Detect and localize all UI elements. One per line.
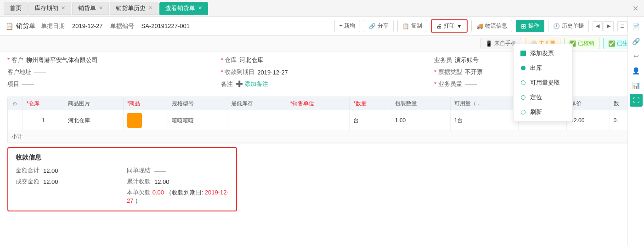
due-date-value: 2019-12-27 bbox=[257, 69, 288, 76]
payment-title: 收款信息 bbox=[16, 154, 229, 162]
dropdown-locate[interactable]: 定位 bbox=[514, 90, 572, 105]
address-label: 客户地址 bbox=[7, 68, 31, 76]
refresh-icon bbox=[520, 109, 526, 115]
next-arrow[interactable]: ▶ bbox=[604, 21, 614, 31]
refresh-label: 刷新 bbox=[530, 108, 542, 116]
share-button[interactable]: 🔗 分享 bbox=[364, 20, 394, 32]
history-button[interactable]: 🕐 历史单据 bbox=[548, 20, 589, 32]
row-gear[interactable] bbox=[8, 110, 23, 131]
col-available: 可用量（... bbox=[450, 97, 519, 110]
row-product: 嘻嘻嘻嘻 bbox=[168, 110, 227, 131]
sidebar-expand-icon[interactable]: ⛶ bbox=[630, 94, 643, 107]
salesperson-value: 演示账号 bbox=[455, 56, 479, 64]
project-field: 项目 —— bbox=[7, 80, 210, 88]
number-value: SA-20191227-001 bbox=[141, 23, 190, 29]
col-gear: ⚙ bbox=[8, 97, 23, 110]
salesperson-label: 业务员 bbox=[434, 56, 452, 64]
window-close-btn[interactable]: ✕ bbox=[633, 4, 638, 12]
row-spec bbox=[227, 110, 286, 131]
print-button[interactable]: 🖨 打印 ▼ bbox=[431, 19, 468, 33]
doc-actions: + 新增 🔗 分享 📋 复制 🖨 打印 ▼ 🚚 物流信息 bbox=[334, 19, 638, 33]
doc-meta: 单据日期 2019-12-27 单据编号 SA-20191227-001 bbox=[41, 22, 190, 30]
tab-history-close[interactable]: ✕ bbox=[148, 5, 153, 11]
tab-view-sales[interactable]: 查看销货单 ✕ bbox=[159, 2, 208, 15]
ops-button[interactable]: ⊞ 操作 bbox=[516, 20, 544, 32]
tab-home-label: 首页 bbox=[10, 4, 22, 12]
col-unit: *销售单位 bbox=[286, 97, 350, 110]
copy-label: 复制 bbox=[411, 22, 422, 30]
locate-label: 定位 bbox=[530, 93, 542, 102]
tab-inventory-close[interactable]: ✕ bbox=[61, 5, 65, 11]
transaction-amount-row: 成交金额 12.00 bbox=[16, 177, 118, 186]
product-image bbox=[127, 113, 142, 128]
new-button[interactable]: + 新增 bbox=[334, 20, 360, 32]
square-icon bbox=[520, 51, 526, 56]
sidebar-user-icon[interactable]: 👤 bbox=[630, 64, 643, 77]
remark-add-link[interactable]: ➕ 添加备注 bbox=[236, 80, 269, 88]
doc-title-text: 销货单 bbox=[16, 22, 35, 30]
print-icon: 🖨 bbox=[436, 23, 442, 29]
ops-grid-icon: ⊞ bbox=[521, 23, 526, 30]
payment-box: 收款信息 金额合计 12.00 同单现结 —— 成交金额 12.00 累计收款 … bbox=[7, 147, 237, 211]
copy-button[interactable]: 📋 复制 bbox=[397, 20, 427, 32]
available-qty-icon bbox=[520, 80, 526, 86]
row-unit: 台 bbox=[350, 110, 391, 131]
dropdown-refresh[interactable]: 刷新 bbox=[514, 105, 572, 120]
row-min-stock bbox=[286, 110, 350, 131]
transaction-amount-label: 成交金额 bbox=[16, 177, 40, 186]
print-label: 打印 bbox=[444, 22, 455, 30]
col-product: *商品 bbox=[123, 97, 168, 110]
row-qty: 1.00 bbox=[391, 110, 450, 131]
col-warehouse: *仓库 bbox=[23, 97, 64, 110]
mobile-icon: 📱 bbox=[486, 40, 492, 47]
sidebar-chart-icon[interactable]: 📊 bbox=[630, 79, 643, 92]
due-date-label: 收款到期日 bbox=[221, 68, 255, 76]
arrears-end: ） bbox=[135, 197, 141, 204]
address-field: 客户地址 —— bbox=[7, 68, 210, 76]
total-amount-row: 金额合计 12.00 bbox=[16, 166, 118, 175]
dropdown-add-invoice[interactable]: 添加发票 bbox=[514, 46, 572, 61]
same-settlement-label: 同单现结 bbox=[127, 166, 151, 175]
tab-sales[interactable]: 销货单 ✕ bbox=[72, 2, 109, 15]
warehouse-field: 仓库 河北仓库 bbox=[221, 56, 424, 64]
total-amount-label: 金额合计 bbox=[16, 166, 40, 175]
remark-add-label: 添加备注 bbox=[244, 80, 268, 87]
col-pack-qty: 包装数量 bbox=[391, 97, 450, 110]
sidebar-link-icon[interactable]: 🔗 bbox=[630, 35, 643, 48]
prev-arrow[interactable]: ◀ bbox=[593, 21, 603, 31]
tab-home[interactable]: 首页 bbox=[4, 2, 28, 15]
available-qty-label: 可用量提取 bbox=[530, 79, 560, 87]
share-icon: 🔗 bbox=[369, 23, 376, 29]
doc-header: 📋 销货单 单据日期 2019-12-27 单据编号 SA-20191227-0… bbox=[0, 17, 644, 36]
ops-label: 操作 bbox=[528, 22, 539, 30]
circle-gray-icon bbox=[521, 80, 525, 85]
sidebar-doc-icon[interactable]: 📄 bbox=[630, 20, 643, 33]
dropdown-available-qty[interactable]: 可用量提取 bbox=[514, 75, 572, 90]
cumulative-row: 累计收款 12.00 bbox=[127, 177, 229, 186]
list-view-btn[interactable]: ☰ bbox=[617, 21, 627, 31]
tab-history[interactable]: 销货单历史 ✕ bbox=[110, 2, 158, 15]
sidebar-return-icon[interactable]: ↩ bbox=[630, 50, 643, 63]
warehouse-out-icon bbox=[520, 65, 526, 71]
invoice-value: 不开票 bbox=[465, 68, 483, 76]
history-label: 历史单据 bbox=[562, 22, 584, 30]
tab-bar: 首页 库存期初 ✕ 销货单 ✕ 销货单历史 ✕ 查看销货单 ✕ ✕ bbox=[0, 0, 644, 17]
new-label: + 新增 bbox=[339, 22, 355, 30]
transaction-amount-value: 12.00 bbox=[43, 178, 58, 185]
customer-label: 客户 bbox=[7, 56, 23, 64]
remark-field: 备注 ➕ 添加备注 bbox=[221, 80, 424, 88]
subtotal-label: 小计 bbox=[8, 131, 636, 143]
locate-icon bbox=[520, 94, 526, 101]
dropdown-warehouse-out[interactable]: 出库 bbox=[514, 61, 572, 75]
col-price: 单价 bbox=[567, 97, 610, 110]
tab-inventory[interactable]: 库存期初 ✕ bbox=[28, 2, 71, 15]
tab-view-sales-label: 查看销货单 bbox=[165, 4, 195, 12]
page-wrapper: 首页 库存期初 ✕ 销货单 ✕ 销货单历史 ✕ 查看销货单 ✕ ✕ 📋 销货单 bbox=[0, 0, 644, 245]
logistics-button[interactable]: 🚚 物流信息 bbox=[471, 20, 512, 32]
copy-icon: 📋 bbox=[402, 23, 409, 29]
project-value: —— bbox=[22, 81, 34, 88]
warehouse-label: 仓库 bbox=[221, 56, 237, 64]
tab-sales-close[interactable]: ✕ bbox=[99, 5, 103, 11]
nav-arrows: ◀ ▶ bbox=[593, 21, 614, 31]
tab-view-sales-close[interactable]: ✕ bbox=[198, 5, 202, 11]
